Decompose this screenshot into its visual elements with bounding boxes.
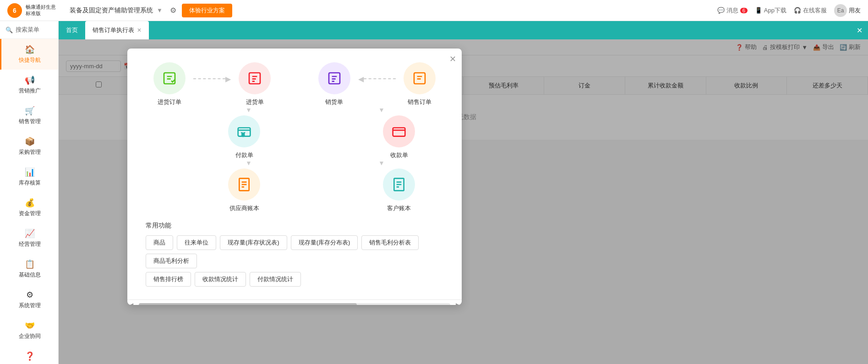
message-badge: 6 (740, 8, 748, 13)
dropdown-arrow-icon[interactable]: ▼ (157, 7, 163, 14)
sidebar-item-finance[interactable]: 💰 资金管理 (0, 192, 58, 223)
message-icon: 💬 (717, 7, 725, 14)
common-btn-product[interactable]: 商品 (146, 235, 173, 250)
app-icon: 📱 (755, 7, 762, 14)
sidebar-item-basic-info[interactable]: 📋 基础信息 (0, 254, 58, 284)
search-icon: 🔍 (5, 27, 13, 33)
tab-close-icon[interactable]: ✕ (137, 27, 142, 33)
flow-node-purchase-order[interactable]: 进货订单 (146, 62, 193, 106)
message-button[interactable]: 💬 消息 6 (717, 6, 748, 15)
flow-node-supplier-ledger[interactable]: 供应商账本 (217, 168, 272, 212)
scroll-left-button[interactable]: ◀ (127, 302, 135, 305)
basic-info-icon: 📋 (25, 259, 35, 269)
purchase-bill-icon (239, 62, 271, 94)
newbie-icon: ❓ (25, 351, 35, 361)
quick-nav-modal: ✕ (127, 49, 462, 305)
trial-button[interactable]: 体验行业方案 (182, 4, 232, 17)
page-content: ❓ 帮助 🖨 按模板打印 ▼ 📤 导出 🔄 刷新 (59, 39, 868, 364)
sidebar-item-inventory[interactable]: 📊 库存核算 (0, 162, 58, 192)
inventory-icon: 📊 (25, 167, 35, 177)
flow-node-customer-ledger[interactable]: 客户账本 (371, 168, 426, 212)
sidebar-item-newbie[interactable]: ❓ 新手引导 (0, 346, 58, 364)
common-functions-section: 常用功能 商品 往来单位 现存量(库存状况表) 现存量(库存分布表) 销售毛利分… (127, 222, 462, 299)
modal-overlay: ✕ (59, 39, 868, 364)
sales-bill-icon (318, 62, 350, 94)
sidebar-item-marketing[interactable]: 📢 营销推广 (0, 70, 58, 100)
receipt-icon (383, 115, 415, 147)
sales-order-icon (404, 62, 436, 94)
system-icon: ⚙ (26, 290, 33, 300)
sidebar-item-enterprise[interactable]: 🤝 企业协同 (0, 315, 58, 346)
flow-section: 进货订单 ▶ (127, 49, 462, 222)
payment-icon: ¥ (228, 115, 260, 147)
operation-icon: 📈 (25, 228, 35, 239)
scroll-thumb (139, 303, 357, 305)
top-right-area: 💬 消息 6 📱 App下载 🎧 在线客服 Ea 用友 (717, 4, 861, 17)
tab-sales-order[interactable]: 销售订单执行表 ✕ (85, 21, 149, 39)
online-service-button[interactable]: 🎧 在线客服 (794, 6, 827, 15)
logo-area: 6 畅康通好生意 标准版 (7, 3, 66, 18)
close-tab-button[interactable]: ✕ (857, 26, 863, 35)
user-menu[interactable]: Ea 用友 (834, 4, 861, 17)
common-btn-sales-gross[interactable]: 销售毛利分析表 (361, 235, 419, 250)
common-buttons-row1: 商品 往来单位 现存量(库存状况表) 现存量(库存分布表) 销售毛利分析表 商品… (146, 235, 443, 268)
common-btn-stock-dist[interactable]: 现存量(库存分布表) (291, 235, 358, 250)
common-btn-stock-status[interactable]: 现存量(库存状况表) (220, 235, 287, 250)
flow-node-purchase-bill[interactable]: 进货单 (231, 62, 278, 106)
common-functions-title: 常用功能 (146, 222, 443, 230)
modal-close-button[interactable]: ✕ (449, 54, 456, 64)
logo-icon: 6 (7, 3, 22, 18)
svg-text:¥: ¥ (241, 132, 245, 137)
sidebar-item-operation[interactable]: 📈 经营管理 (0, 223, 58, 254)
flow-node-receipt[interactable]: 收款单 (371, 115, 426, 159)
flow-node-sales-order[interactable]: 销售订单 (396, 62, 443, 106)
system-title-text: 装备及固定资产辅助管理系统 (70, 6, 153, 15)
user-name: 用友 (849, 6, 861, 15)
purchase-icon: 📦 (25, 136, 35, 147)
supplier-ledger-icon (228, 168, 260, 201)
svg-rect-17 (393, 128, 405, 136)
marketing-icon: 📢 (25, 75, 35, 85)
app-download-button[interactable]: 📱 App下载 (755, 6, 786, 15)
finance-icon: 💰 (25, 198, 35, 208)
scroll-track[interactable] (139, 303, 450, 305)
sidebar-item-system[interactable]: ⚙ 系统管理 (0, 284, 58, 315)
home-icon: 🏠 (25, 44, 35, 54)
sidebar-item-purchase[interactable]: 📦 采购管理 (0, 131, 58, 162)
scroll-right-button[interactable]: ▶ (454, 302, 462, 305)
common-btn-receipt-stat[interactable]: 收款情况统计 (195, 272, 246, 287)
common-btn-product-gross[interactable]: 商品毛利分析 (146, 254, 197, 268)
enterprise-icon: 🤝 (25, 321, 35, 331)
tab-bar: 首页 销售订单执行表 ✕ ✕ (59, 21, 868, 39)
flow-node-payment[interactable]: ¥ 付款单 (217, 115, 272, 159)
system-title-area: 装备及固定资产辅助管理系统 ▼ ⚙ (70, 6, 176, 15)
common-buttons-row2: 销售排行榜 收款情况统计 付款情况统计 (146, 272, 443, 287)
common-btn-sales-rank[interactable]: 销售排行榜 (146, 272, 191, 287)
common-btn-payment-stat[interactable]: 付款情况统计 (250, 272, 301, 287)
content-area: 首页 销售订单执行表 ✕ ✕ ❓ 帮助 🖨 按 (59, 21, 868, 364)
sidebar: 🔍 搜索菜单 🏠 快捷导航 📢 营销推广 🛒 销售管理 📦 采购管理 📊 (0, 21, 59, 364)
customer-ledger-icon (383, 168, 415, 201)
search-menu-item[interactable]: 🔍 搜索菜单 (0, 21, 58, 39)
sales-icon: 🛒 (25, 106, 35, 116)
scroll-bar: ◀ ▶ (127, 299, 462, 305)
flow-node-sales-bill[interactable]: 销货单 (311, 62, 358, 106)
common-btn-partner[interactable]: 往来单位 (177, 235, 216, 250)
sidebar-item-quick-nav[interactable]: 🏠 快捷导航 (0, 39, 58, 70)
service-icon: 🎧 (794, 7, 801, 14)
logo-text: 畅康通好生意 标准版 (26, 4, 56, 16)
tab-home[interactable]: 首页 (59, 21, 85, 39)
purchase-order-icon (153, 62, 186, 94)
sidebar-item-sales[interactable]: 🛒 销售管理 (0, 100, 58, 131)
avatar: Ea (834, 4, 847, 17)
settings-icon[interactable]: ⚙ (170, 6, 176, 15)
